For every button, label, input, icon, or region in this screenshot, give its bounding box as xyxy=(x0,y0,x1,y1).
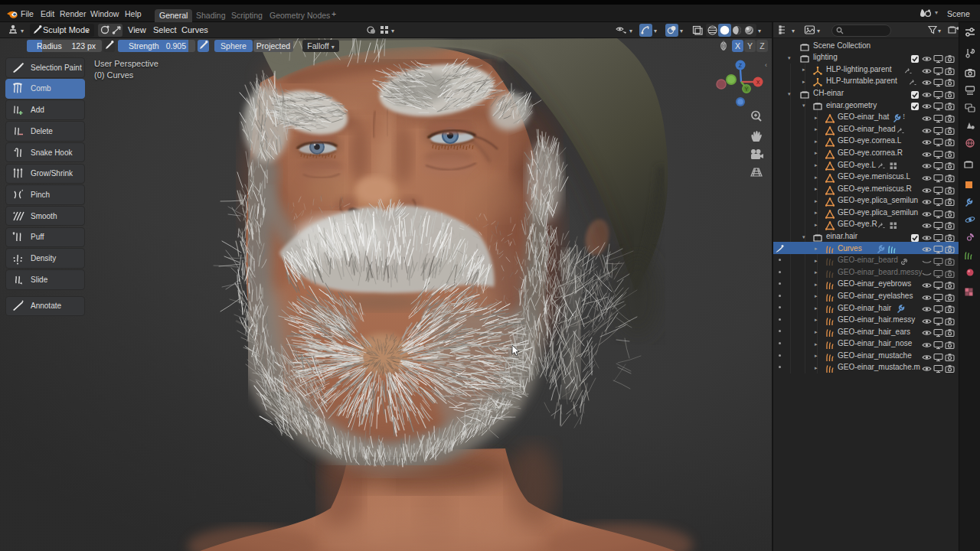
svg-text:Z: Z xyxy=(739,63,743,68)
svg-text:X: X xyxy=(756,80,760,85)
svg-text:Y: Y xyxy=(745,86,749,92)
